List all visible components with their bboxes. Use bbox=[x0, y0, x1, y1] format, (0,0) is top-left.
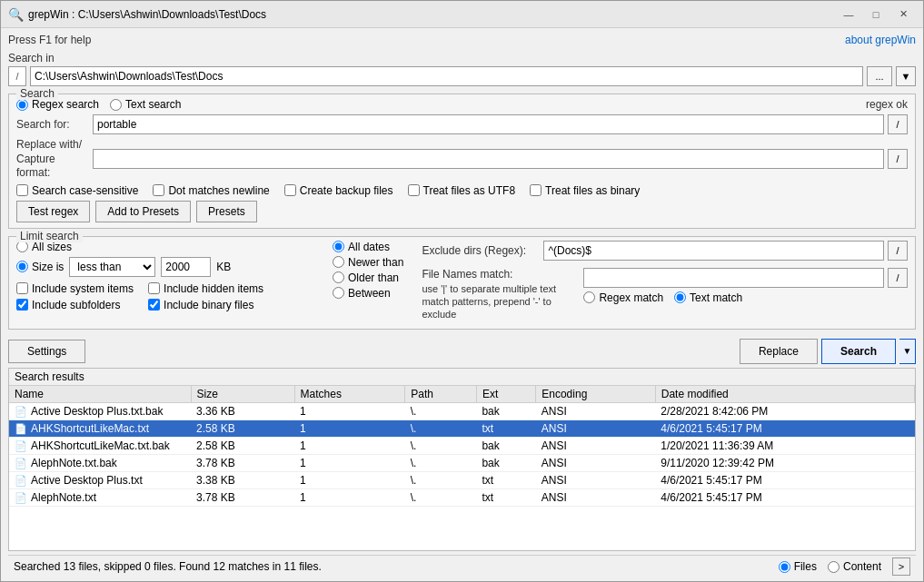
path-input[interactable] bbox=[30, 66, 863, 86]
close-button[interactable]: ✕ bbox=[890, 5, 916, 24]
file-names-input[interactable] bbox=[583, 268, 884, 288]
exclude-dirs-row: Exclude dirs (Regex): / bbox=[422, 241, 908, 261]
browse-button[interactable]: ... bbox=[867, 66, 892, 86]
exclude-section: Exclude dirs (Regex): / File Names match… bbox=[422, 241, 908, 321]
search-button[interactable]: Search bbox=[821, 339, 896, 364]
dot-newline-checkbox[interactable] bbox=[153, 184, 164, 196]
newer-than-radio[interactable] bbox=[333, 256, 344, 268]
cell-encoding: ANSI bbox=[536, 437, 655, 454]
table-row[interactable]: 📄AHKShortcutLikeMac.txt.bak 2.58 KB 1 \.… bbox=[9, 437, 915, 454]
settings-button[interactable]: Settings bbox=[8, 340, 85, 363]
file-names-row: File Names match: use '|' to separate mu… bbox=[422, 268, 908, 321]
regex-match-radio[interactable] bbox=[583, 291, 595, 303]
add-presets-button[interactable]: Add to Presets bbox=[95, 201, 191, 222]
table-row[interactable]: 📄AlephNote.txt 3.78 KB 1 \. txt ANSI 4/6… bbox=[9, 488, 915, 506]
text-search-option[interactable]: Text search bbox=[110, 98, 181, 111]
between-label: Between bbox=[348, 287, 391, 300]
table-header-row: Name Size Matches Path Ext Encoding Date… bbox=[9, 386, 915, 403]
cell-date: 4/6/2021 5:45:17 PM bbox=[655, 488, 914, 506]
table-row[interactable]: 📄AHKShortcutLikeMac.txt 2.58 KB 1 \. txt… bbox=[9, 419, 915, 437]
include-hidden-checkbox[interactable] bbox=[148, 282, 160, 294]
limit-checks-row: Include system items Include subfolders … bbox=[16, 282, 307, 311]
search-regex-button[interactable]: / bbox=[888, 114, 908, 134]
text-match-radio[interactable] bbox=[674, 291, 686, 303]
all-sizes-radio[interactable] bbox=[16, 241, 28, 252]
results-body: 📄Active Desktop Plus.txt.bak 3.36 KB 1 \… bbox=[9, 402, 915, 506]
replace-regex-button[interactable]: / bbox=[888, 149, 908, 169]
replace-input[interactable] bbox=[93, 149, 884, 169]
nav-arrow-button[interactable]: > bbox=[892, 557, 910, 576]
table-row[interactable]: 📄AlephNote.txt.bak 3.78 KB 1 \. bak ANSI… bbox=[9, 454, 915, 471]
include-binary-check[interactable]: Include binary files bbox=[148, 299, 263, 311]
cell-name: 📄AHKShortcutLikeMac.txt.bak bbox=[9, 437, 191, 454]
cell-matches: 1 bbox=[294, 471, 405, 488]
about-link[interactable]: about grepWin bbox=[845, 34, 916, 46]
text-match-option[interactable]: Text match bbox=[674, 291, 742, 304]
include-system-checkbox[interactable] bbox=[16, 282, 28, 294]
content-option[interactable]: Content bbox=[828, 560, 881, 573]
size-is-option[interactable]: Size is bbox=[16, 261, 64, 273]
search-for-input[interactable] bbox=[93, 114, 884, 134]
older-than-option[interactable]: Older than bbox=[333, 271, 403, 284]
regex-search-option[interactable]: Regex search bbox=[16, 98, 99, 111]
cell-encoding: ANSI bbox=[536, 471, 655, 488]
dot-newline-check[interactable]: Dot matches newline bbox=[153, 184, 269, 197]
binary-check[interactable]: Treat files as binary bbox=[530, 184, 640, 197]
path-slash-icon[interactable]: / bbox=[8, 66, 26, 86]
include-subfolders-check[interactable]: Include subfolders bbox=[16, 299, 134, 311]
case-sensitive-check[interactable]: Search case-sensitive bbox=[16, 184, 138, 197]
include-subfolders-checkbox[interactable] bbox=[16, 299, 28, 311]
maximize-button[interactable]: □ bbox=[863, 5, 889, 24]
newer-than-label: Newer than bbox=[348, 256, 403, 269]
regex-radio[interactable] bbox=[16, 99, 28, 111]
text-radio[interactable] bbox=[110, 99, 122, 111]
between-radio[interactable] bbox=[333, 287, 344, 299]
all-sizes-option[interactable]: All sizes bbox=[16, 241, 307, 253]
checkboxes-row: Search case-sensitive Dot matches newlin… bbox=[16, 184, 908, 197]
size-value-input[interactable] bbox=[161, 257, 211, 277]
dates-column: All dates Newer than Older than Between bbox=[333, 241, 403, 300]
all-dates-radio[interactable] bbox=[333, 241, 344, 252]
backup-files-check[interactable]: Create backup files bbox=[284, 184, 393, 197]
binary-checkbox[interactable] bbox=[530, 184, 541, 196]
table-row[interactable]: 📄Active Desktop Plus.txt.bak 3.36 KB 1 \… bbox=[9, 402, 915, 419]
help-text: Press F1 for help bbox=[8, 34, 91, 46]
test-regex-button[interactable]: Test regex bbox=[16, 201, 90, 222]
exclude-dirs-input[interactable] bbox=[543, 241, 884, 261]
between-option[interactable]: Between bbox=[333, 287, 403, 300]
all-dates-option[interactable]: All dates bbox=[333, 241, 403, 253]
newer-than-option[interactable]: Newer than bbox=[333, 256, 403, 269]
utf8-check[interactable]: Treat files as UTF8 bbox=[408, 184, 516, 197]
search-for-row: Search for: / bbox=[16, 114, 908, 134]
binary-label: Treat files as binary bbox=[545, 184, 640, 197]
utf8-checkbox[interactable] bbox=[408, 184, 420, 196]
files-radio[interactable] bbox=[779, 561, 790, 573]
col-date: Date modified bbox=[655, 386, 914, 403]
size-comparison-select[interactable]: less than greater than bbox=[69, 257, 155, 277]
search-dropdown-button[interactable]: ▼ bbox=[899, 339, 916, 364]
regex-label: Regex search bbox=[32, 98, 99, 111]
minimize-button[interactable]: — bbox=[836, 5, 861, 24]
exclude-dirs-regex-btn[interactable]: / bbox=[888, 241, 908, 261]
older-than-radio[interactable] bbox=[333, 271, 344, 283]
results-table[interactable]: Name Size Matches Path Ext Encoding Date… bbox=[9, 386, 915, 550]
dot-newline-label: Dot matches newline bbox=[168, 184, 269, 197]
replace-button[interactable]: Replace bbox=[740, 339, 818, 364]
content-radio[interactable] bbox=[828, 561, 840, 573]
include-system-check[interactable]: Include system items bbox=[16, 282, 134, 295]
backup-files-checkbox[interactable] bbox=[284, 184, 296, 196]
presets-button[interactable]: Presets bbox=[196, 201, 257, 222]
cell-name: 📄AlephNote.txt bbox=[9, 488, 191, 506]
include-hidden-check[interactable]: Include hidden items bbox=[148, 282, 263, 295]
case-sensitive-checkbox[interactable] bbox=[16, 184, 28, 196]
file-names-regex-btn[interactable]: / bbox=[888, 268, 908, 288]
files-option[interactable]: Files bbox=[779, 560, 817, 573]
table-row[interactable]: 📄Active Desktop Plus.txt 3.38 KB 1 \. tx… bbox=[9, 471, 915, 488]
size-is-radio[interactable] bbox=[16, 261, 28, 272]
regex-match-option[interactable]: Regex match bbox=[583, 291, 663, 304]
app-icon: 🔍 bbox=[8, 7, 23, 22]
include-binary-checkbox[interactable] bbox=[148, 299, 160, 311]
path-dropdown-button[interactable]: ▼ bbox=[896, 66, 916, 86]
files-label: Files bbox=[794, 560, 817, 573]
cell-matches: 1 bbox=[294, 419, 405, 437]
